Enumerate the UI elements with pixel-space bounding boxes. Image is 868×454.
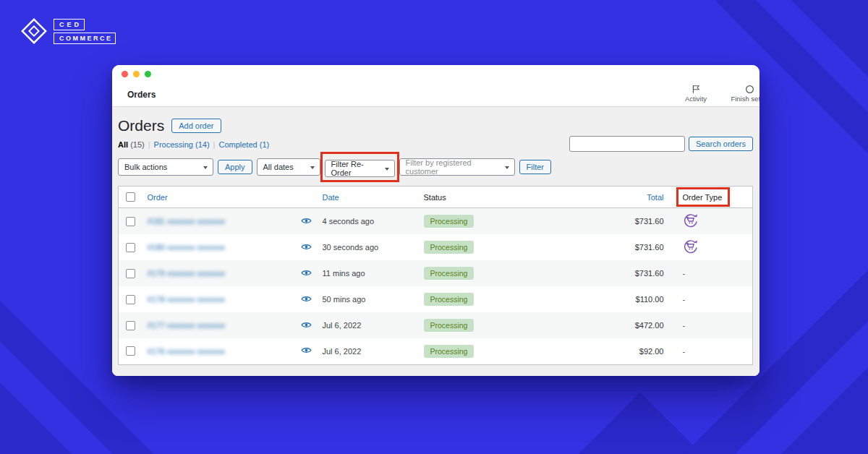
status-badge: Processing: [424, 345, 475, 358]
orders-page: Orders Add order All (15) | Processing (…: [112, 107, 760, 376]
table-header-row: Order Date Status Total Order Type: [119, 187, 753, 208]
view-processing[interactable]: Processing (14): [154, 140, 210, 149]
apply-button[interactable]: Apply: [218, 160, 252, 174]
order-date: 50 mins ago: [318, 286, 420, 312]
chevron-down-icon: [310, 166, 315, 169]
status-badge: Processing: [424, 267, 475, 280]
view-separator: |: [213, 140, 216, 149]
chevron-down-icon: [385, 168, 389, 171]
finish-setup-label: Finish setup: [731, 95, 760, 103]
table-row: #176 xxxxxxx xxxxxxx Jul 6, 2022 Process…: [119, 338, 753, 364]
window-titlebar: [112, 65, 760, 82]
filter-controls: Bulk actions Apply All dates Filter Re-O…: [118, 157, 753, 177]
minimize-window-dot[interactable]: [133, 71, 140, 77]
column-header-status: Status: [420, 187, 602, 208]
search-orders-button[interactable]: Search orders: [689, 137, 753, 151]
search-area: Search orders: [569, 136, 753, 152]
filter-button[interactable]: Filter: [519, 160, 551, 174]
browser-window: Orders Activity Finish setup: [112, 65, 760, 376]
preview-eye-icon[interactable]: [301, 321, 312, 330]
brand-text: CED COMMERCE: [54, 19, 116, 44]
order-link[interactable]: #179 xxxxxxx xxxxxxx: [148, 269, 226, 278]
select-all-checkbox[interactable]: [126, 192, 135, 202]
order-type-empty: -: [683, 269, 686, 278]
table-row: #180 xxxxxxx xxxxxxx 30 seconds ago Proc…: [119, 234, 753, 260]
order-total: $731.60: [635, 243, 664, 252]
order-type-empty: -: [683, 295, 686, 304]
brand-line1: CED: [54, 19, 85, 30]
column-header-total[interactable]: Total: [602, 187, 668, 208]
page-title: Orders: [118, 117, 164, 134]
view-completed[interactable]: Completed (1): [218, 140, 269, 149]
toolbar-title: Orders: [127, 90, 156, 100]
order-total: $731.60: [635, 217, 664, 226]
column-header-date[interactable]: Date: [318, 187, 420, 208]
zoom-window-dot[interactable]: [145, 71, 151, 77]
status-badge: Processing: [424, 215, 475, 228]
order-link[interactable]: #178 xxxxxxx xxxxxxx: [148, 295, 226, 304]
reorder-cart-icon[interactable]: [683, 239, 699, 256]
dates-select[interactable]: All dates: [257, 158, 320, 176]
preview-eye-icon[interactable]: [301, 243, 312, 252]
finish-setup-button[interactable]: Finish setup: [728, 85, 760, 103]
activity-label: Activity: [685, 95, 707, 103]
search-orders-input[interactable]: [569, 136, 685, 152]
circle-progress-icon: [745, 85, 754, 94]
bulk-actions-select[interactable]: Bulk actions: [118, 158, 213, 176]
admin-toolbar: Orders Activity Finish setup: [112, 82, 760, 107]
view-separator: |: [148, 140, 150, 149]
order-link[interactable]: #176 xxxxxxx xxxxxxx: [148, 347, 226, 356]
table-row: #178 xxxxxxx xxxxxxx 50 mins ago Process…: [119, 286, 753, 312]
view-all[interactable]: All (15): [118, 140, 145, 149]
row-checkbox[interactable]: [126, 321, 135, 330]
preview-eye-icon[interactable]: [301, 346, 312, 356]
reorder-filter-select[interactable]: Filter Re-Order: [325, 160, 395, 177]
order-date: 30 seconds ago: [318, 234, 420, 260]
preview-eye-icon[interactable]: [301, 295, 312, 304]
row-checkbox[interactable]: [126, 346, 135, 356]
column-header-preview: [297, 187, 318, 208]
order-total: $472.00: [635, 321, 664, 330]
row-checkbox[interactable]: [126, 295, 135, 304]
order-date: Jul 6, 2022: [318, 312, 420, 338]
customer-filter-select[interactable]: Filter by registered customer: [399, 158, 515, 176]
order-type-empty: -: [683, 347, 686, 356]
column-header-order[interactable]: Order: [143, 187, 297, 208]
order-link[interactable]: #180 xxxxxxx xxxxxxx: [148, 243, 226, 252]
diamond-logo-icon: [20, 17, 48, 45]
column-header-order-type: Order Type: [668, 187, 753, 208]
reorder-cart-icon[interactable]: [683, 213, 699, 230]
status-badge: Processing: [424, 241, 475, 254]
order-date: Jul 6, 2022: [318, 338, 420, 364]
order-total: $92.00: [639, 347, 664, 356]
chevron-down-icon: [505, 166, 509, 169]
reorder-filter-highlight-wrap: Filter Re-Order: [325, 157, 395, 177]
add-order-button[interactable]: Add order: [171, 119, 221, 133]
order-link[interactable]: #177 xxxxxxx xxxxxxx: [148, 321, 226, 330]
preview-eye-icon[interactable]: [301, 217, 312, 226]
cedcommerce-logo: CED COMMERCE: [20, 17, 116, 45]
activity-button[interactable]: Activity: [674, 85, 718, 103]
order-total: $110.00: [636, 295, 664, 304]
row-checkbox[interactable]: [126, 217, 135, 226]
flag-icon: [692, 85, 701, 94]
table-row: #177 xxxxxxx xxxxxxx Jul 6, 2022 Process…: [119, 312, 753, 338]
page-background: CED COMMERCE Orders Activity: [0, 0, 868, 454]
row-checkbox[interactable]: [126, 269, 135, 278]
chevron-down-icon: [203, 166, 208, 169]
order-type-empty: -: [683, 321, 686, 330]
order-link[interactable]: #181 xxxxxxx xxxxxxx: [148, 217, 226, 226]
row-checkbox[interactable]: [126, 243, 135, 252]
order-date: 4 seconds ago: [318, 208, 420, 235]
orders-table: Order Date Status Total Order Type: [118, 186, 753, 365]
status-badge: Processing: [424, 293, 475, 306]
heading-row: Orders Add order: [118, 117, 753, 134]
status-badge: Processing: [424, 319, 475, 332]
order-total: $731.60: [635, 269, 664, 278]
preview-eye-icon[interactable]: [301, 269, 312, 278]
brand-line2: COMMERCE: [54, 33, 116, 44]
close-window-dot[interactable]: [122, 71, 128, 77]
order-date: 11 mins ago: [318, 260, 420, 286]
table-row: #181 xxxxxxx xxxxxxx 4 seconds ago Proce…: [119, 208, 753, 235]
toolbar-actions: Activity Finish setup: [674, 85, 760, 103]
